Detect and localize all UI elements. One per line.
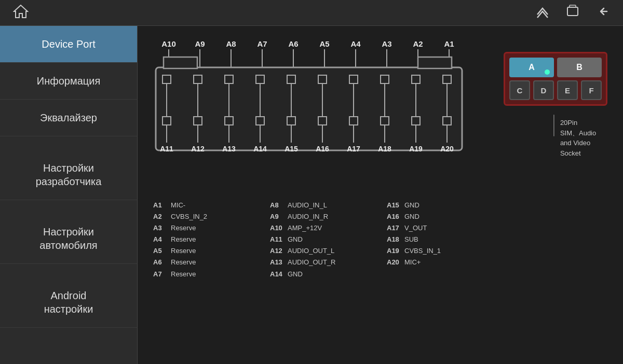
pin-entry-a18: A18 SUB [387,234,493,245]
svg-text:A8: A8 [226,39,236,48]
socket-btn-B[interactable]: B [557,58,602,77]
socket-btn-A[interactable]: A [509,58,554,77]
main-layout: Device Port Информация Эквалайзер Настро… [0,26,623,364]
back-icon[interactable] [593,2,613,24]
sidebar-item-car-settings[interactable]: Настройки автомобиля [0,200,137,264]
socket-bottom-row: C D E F [509,80,602,100]
socket-diagram: A B C D E F [504,36,607,280]
socket-btn-D[interactable]: D [533,80,554,100]
svg-text:A2: A2 [413,39,423,48]
pin-col-2: A8 AUDIO_IN_L A9 AUDIO_IN_R A10 AMP_+12V [270,200,376,280]
socket-label: 20Pin SIM、Audio and Video Socket [560,118,607,158]
pin-entry-a4: A4 Reserve [153,234,260,245]
svg-text:A18: A18 [378,145,391,153]
pin-table: A1 MIC- A2 CVBS_IN_2 A3 Reserve A4 [153,200,493,280]
socket-btn-F[interactable]: F [581,80,602,100]
pin-entry-a15: A15 GND [387,200,493,211]
svg-text:A17: A17 [347,145,360,153]
pin-entry-a1: A1 MIC- [153,200,260,211]
pin-col-1: A1 MIC- A2 CVBS_IN_2 A3 Reserve A4 [153,200,260,280]
svg-text:A13: A13 [222,145,236,153]
sidebar-item-android-settings[interactable]: Android настройки [0,264,137,328]
svg-text:A7: A7 [257,39,267,48]
svg-text:A11: A11 [160,145,173,153]
sidebar-item-equalizer[interactable]: Эквалайзер [0,100,137,136]
svg-text:A4: A4 [350,39,361,48]
svg-text:A20: A20 [440,145,454,153]
pin-entry-a14: A14 GND [270,269,376,280]
pin-entry-a13: A13 AUDIO_OUT_R [270,257,376,268]
connector-diagram-area: A10 A9 A8 A7 A6 A5 A4 A3 A2 A1 [153,36,493,280]
sidebar: Device Port Информация Эквалайзер Настро… [0,26,138,364]
svg-rect-24 [164,57,197,68]
svg-text:A1: A1 [444,39,454,48]
socket-btn-C[interactable]: C [509,80,530,100]
socket-top-row: A B [509,58,602,77]
home-icon[interactable] [10,2,31,24]
svg-text:A15: A15 [285,145,298,153]
svg-text:A16: A16 [316,145,329,153]
pin-entry-a19: A19 CVBS_IN_1 [387,245,493,257]
pin-entry-a11: A11 GND [270,234,376,245]
socket-callout: 20Pin SIM、Audio and Video Socket [504,110,607,158]
top-bar [0,0,623,26]
pin-entry-a5: A5 Reserve [153,245,260,257]
sidebar-item-device-port[interactable]: Device Port [0,26,137,63]
chevron-up-icon[interactable] [533,2,552,24]
pin-entry-a12: A12 AUDIO_OUT_L [270,245,376,257]
svg-text:A19: A19 [409,145,423,153]
svg-text:A6: A6 [288,39,298,48]
svg-text:A9: A9 [195,39,205,48]
svg-rect-25 [418,57,452,68]
socket-dot-A [545,69,550,75]
pin-entry-a3: A3 Reserve [153,222,260,234]
svg-text:A12: A12 [191,145,205,153]
content-area: A10 A9 A8 A7 A6 A5 A4 A3 A2 A1 [138,26,623,364]
pin-entry-a16: A16 GND [387,211,493,222]
pin-entry-a6: A6 Reserve [153,257,260,268]
pin-col-3: A15 GND A16 GND A17 V_OUT A18 [387,200,493,280]
diagram-container: A10 A9 A8 A7 A6 A5 A4 A3 A2 A1 [153,36,607,280]
pin-entry-a17: A17 V_OUT [387,222,493,234]
pin-entry-a10: A10 AMP_+12V [270,222,376,234]
sidebar-item-info[interactable]: Информация [0,63,137,100]
socket-box: A B C D E F [504,52,607,106]
callout-line-svg [550,110,558,141]
svg-text:A14: A14 [253,145,267,153]
sidebar-item-dev-settings[interactable]: Настройки разработчика [0,136,137,200]
socket-btn-E[interactable]: E [557,80,578,100]
pin-entry-a20: A20 MIC+ [387,257,493,268]
recents-icon[interactable] [563,2,583,24]
svg-text:A10: A10 [161,39,176,48]
pin-entry-a8: A8 AUDIO_IN_L [270,200,376,211]
pin-entry-a9: A9 AUDIO_IN_R [270,211,376,222]
svg-rect-2 [570,5,576,7]
pin-entry-a7: A7 Reserve [153,269,260,280]
svg-text:A5: A5 [319,39,329,48]
svg-text:A3: A3 [382,39,391,48]
pin-entry-a2: A2 CVBS_IN_2 [153,211,260,222]
svg-rect-1 [567,7,578,16]
svg-marker-0 [14,5,28,18]
